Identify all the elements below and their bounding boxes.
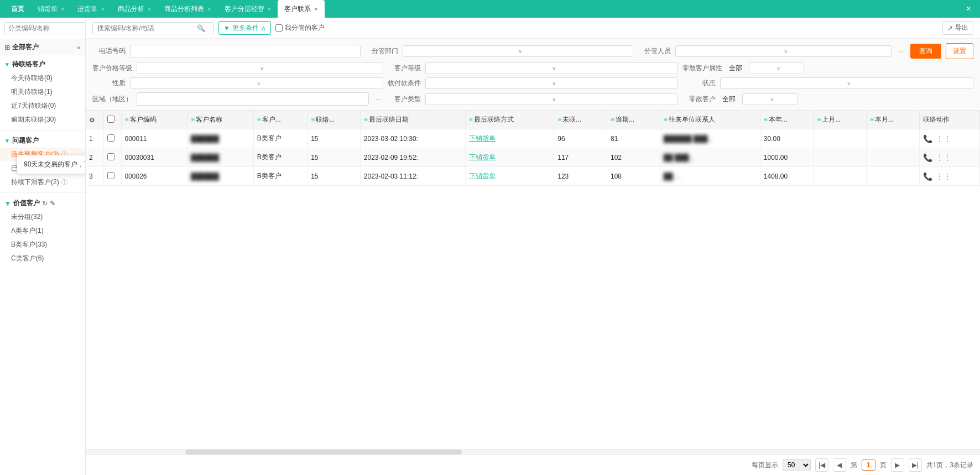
sidebar-item-week[interactable]: 近7天待联络(0): [0, 99, 85, 113]
my-customer-checkbox[interactable]: [275, 24, 283, 32]
close-customer-contact-tab[interactable]: ×: [314, 6, 317, 12]
per-page-select[interactable]: 50 100 200: [783, 459, 811, 471]
price-select[interactable]: ∨: [137, 62, 383, 74]
retail-attr-select[interactable]: ∨: [749, 62, 804, 74]
pagination: 每页显示 50 100 200 |◀ ◀ 第 1 页 ▶ ▶| 共1页，3条记录: [86, 455, 980, 475]
level-select[interactable]: ∨: [425, 62, 679, 74]
th-overdue[interactable]: ≡逾期...: [607, 111, 660, 129]
first-page-btn[interactable]: |◀: [815, 458, 828, 472]
nav-tab-sales[interactable]: 销货单 ×: [31, 0, 71, 18]
th-contact[interactable]: ≡联络...: [307, 111, 361, 129]
cell-checkbox[interactable]: [103, 148, 121, 167]
status-select[interactable]: ∨: [720, 77, 973, 89]
customer-type-label: 客户类型: [388, 95, 421, 104]
value-edit-icon[interactable]: ✎: [50, 200, 55, 207]
pending-group-title[interactable]: ▼ 待联络客户: [0, 58, 85, 71]
last-method-link-2[interactable]: 下销货单: [469, 172, 496, 180]
cell-action: 📞 ⋮⋮: [919, 167, 979, 186]
close-purchase-tab[interactable]: ×: [101, 6, 104, 12]
sidebar-search-input[interactable]: [4, 22, 86, 34]
settings-button[interactable]: 设置: [946, 43, 973, 59]
action-phone-icon-1[interactable]: 📞: [923, 153, 932, 162]
th-settings[interactable]: ⚙: [86, 111, 103, 129]
row-checkbox-2[interactable]: [107, 172, 114, 179]
row-checkbox-1[interactable]: [107, 153, 114, 160]
th-last-method[interactable]: ≡最后联络方式: [465, 111, 554, 129]
action-phone-icon-2[interactable]: 📞: [923, 172, 932, 181]
th-name[interactable]: ≡客户名称: [187, 111, 254, 129]
region-more-icon[interactable]: ···: [373, 93, 383, 105]
sidebar-item-tomorrow[interactable]: 明天待联络(1): [0, 85, 85, 99]
query-button[interactable]: 查询: [910, 44, 941, 59]
close-sales-tab[interactable]: ×: [61, 6, 64, 12]
gender-select[interactable]: ∨: [130, 77, 383, 89]
cell-code: 00030031: [121, 148, 187, 167]
sidebar-item-declining[interactable]: 持续下滑客户(2) ⓘ: [0, 175, 85, 189]
problem-group-title[interactable]: ▼ 问题客户: [0, 134, 85, 148]
last-method-link-0[interactable]: 下销货单: [469, 134, 496, 142]
last-method-link-1[interactable]: 下销货单: [469, 153, 496, 161]
page-unit: 页: [880, 461, 887, 470]
value-refresh-icon[interactable]: ↻: [42, 200, 48, 207]
cell-checkbox[interactable]: [103, 129, 121, 148]
sidebar-item-ungroup[interactable]: 未分组(32): [0, 210, 85, 224]
region-input[interactable]: [137, 92, 369, 106]
value-group-title[interactable]: ▼ 价值客户 ↻ ✎: [0, 196, 85, 210]
phone-input[interactable]: [130, 45, 361, 58]
my-customer-checkbox-wrap[interactable]: 我分管的客户: [275, 23, 325, 33]
close-product-analysis-tab[interactable]: ×: [148, 6, 151, 12]
all-customers-header[interactable]: ⊞ 全部客户 «: [0, 39, 85, 55]
search-input[interactable]: [97, 24, 197, 32]
sidebar-item-class-b[interactable]: B类客户(33): [0, 238, 85, 252]
sidebar-item-today[interactable]: 今天待联络(0): [0, 71, 85, 85]
payment-select[interactable]: ∨: [425, 77, 679, 89]
nav-tab-product-list[interactable]: 商品分析列表 ×: [158, 0, 217, 18]
export-button[interactable]: ↗ 导出: [942, 21, 973, 35]
settings-icon[interactable]: ⚙: [89, 116, 95, 124]
action-menu-icon-2[interactable]: ⋮⋮: [936, 172, 951, 181]
th-unlink[interactable]: ≡未联...: [554, 111, 607, 129]
action-phone-icon-0[interactable]: 📞: [923, 134, 932, 143]
nav-tab-product-analysis[interactable]: 商品分析 ×: [111, 0, 158, 18]
person-select[interactable]: ∨: [675, 45, 892, 57]
th-checkbox[interactable]: [103, 111, 121, 129]
person-more-icon[interactable]: ···: [896, 45, 906, 58]
nav-tab-purchase[interactable]: 进货单 ×: [71, 0, 111, 18]
cell-unlink: 96: [554, 129, 607, 148]
sidebar-item-class-c[interactable]: C类客户(6): [0, 252, 85, 265]
close-product-list-tab[interactable]: ×: [207, 6, 211, 12]
close-all-button[interactable]: ×: [962, 4, 976, 14]
close-customer-tier-tab[interactable]: ×: [268, 6, 271, 12]
th-last-month[interactable]: ≡上月...: [814, 111, 867, 129]
sidebar-item-overdue-contact[interactable]: 逾期未联络(30): [0, 113, 85, 127]
th-this-month[interactable]: ≡本月...: [866, 111, 919, 129]
nav-tab-customer-tier[interactable]: 客户分层经营 ×: [218, 0, 278, 18]
cell-this-month: [866, 148, 919, 167]
next-page-btn[interactable]: ▶: [891, 458, 904, 472]
th-contact-person[interactable]: ≡往来单位联系人: [660, 111, 760, 129]
collapse-icon[interactable]: «: [77, 44, 81, 51]
row-checkbox-0[interactable]: [107, 134, 114, 142]
th-last-date[interactable]: ≡最后联络日期: [360, 111, 465, 129]
prev-page-btn[interactable]: ◀: [833, 458, 846, 472]
horizontal-scrollbar[interactable]: [86, 449, 980, 455]
nav-tab-customer-contact[interactable]: 客户联系 ×: [278, 0, 324, 18]
th-type[interactable]: ≡客户...: [253, 111, 307, 129]
retail-select[interactable]: ∨: [742, 93, 797, 105]
declining-info-icon[interactable]: ⓘ: [61, 178, 67, 186]
nav-tab-home[interactable]: 首页: [4, 0, 31, 18]
select-all-checkbox[interactable]: [107, 116, 114, 123]
th-code[interactable]: ≡客户编码: [121, 111, 187, 129]
last-page-btn[interactable]: ▶|: [909, 458, 922, 472]
dept-select[interactable]: ∨: [403, 45, 633, 57]
more-filter-btn[interactable]: ▼ 更多条件 ∧: [218, 21, 271, 35]
action-menu-icon-0[interactable]: ⋮⋮: [936, 134, 951, 143]
action-menu-icon-1[interactable]: ⋮⋮: [936, 153, 951, 162]
th-this-year[interactable]: ≡本年...: [760, 111, 813, 129]
cell-checkbox[interactable]: [103, 167, 121, 186]
filter-field-phone: 电话号码: [92, 45, 361, 58]
search-toolbar-icon[interactable]: 🔍: [197, 24, 205, 32]
sidebar-item-class-a[interactable]: A类客户(1): [0, 224, 85, 238]
scrollbar-thumb[interactable]: [185, 450, 462, 455]
customer-type-select[interactable]: ∨: [425, 93, 679, 105]
